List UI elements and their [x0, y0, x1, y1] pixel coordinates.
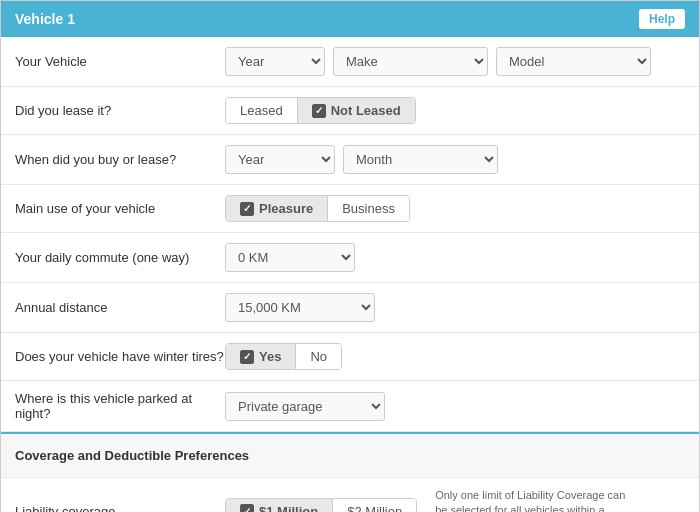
leased-label: Leased: [240, 103, 283, 118]
not-leased-label: Not Leased: [331, 103, 401, 118]
liability-note: Only one limit of Liability Coverage can…: [435, 488, 635, 512]
when-bought-label: When did you buy or lease?: [15, 152, 225, 167]
winter-tires-controls: ✓ Yes No: [225, 343, 685, 370]
lease-label: Did you lease it?: [15, 103, 225, 118]
commute-row: Your daily commute (one way) 0 KM: [1, 233, 699, 283]
annual-controls: 15,000 KM: [225, 293, 685, 322]
lease-toggle-group: Leased ✓ Not Leased: [225, 97, 416, 124]
business-label: Business: [342, 201, 395, 216]
pleasure-button[interactable]: ✓ Pleasure: [226, 196, 328, 221]
main-use-controls: ✓ Pleasure Business: [225, 195, 685, 222]
yes-button[interactable]: ✓ Yes: [226, 344, 296, 369]
yes-check-icon: ✓: [240, 350, 254, 364]
coverage-section-header: Coverage and Deductible Preferences: [1, 432, 699, 478]
your-vehicle-label: Your Vehicle: [15, 54, 225, 69]
when-bought-row: When did you buy or lease? Year Month: [1, 135, 699, 185]
not-leased-check-icon: ✓: [312, 104, 326, 118]
vehicle-form: Vehicle 1 Help Your Vehicle Year Make Mo…: [0, 0, 700, 512]
main-use-row: Main use of your vehicle ✓ Pleasure Busi…: [1, 185, 699, 233]
model-select[interactable]: Model: [496, 47, 651, 76]
no-label: No: [310, 349, 327, 364]
commute-select[interactable]: 0 KM: [225, 243, 355, 272]
year-select[interactable]: Year: [225, 47, 325, 76]
annual-label: Annual distance: [15, 300, 225, 315]
not-leased-button[interactable]: ✓ Not Leased: [298, 98, 415, 123]
main-use-label: Main use of your vehicle: [15, 201, 225, 216]
winter-tires-row: Does your vehicle have winter tires? ✓ Y…: [1, 333, 699, 381]
1million-label: $1 Million: [259, 504, 318, 512]
commute-controls: 0 KM: [225, 243, 685, 272]
lease-controls: Leased ✓ Not Leased: [225, 97, 685, 124]
liability-row: Liability coverage ✓ $1 Million $2 Milli…: [1, 478, 699, 512]
2million-label: $2 Million: [347, 504, 402, 512]
annual-row: Annual distance 15,000 KM: [1, 283, 699, 333]
your-vehicle-row: Your Vehicle Year Make Model: [1, 37, 699, 87]
yes-label: Yes: [259, 349, 281, 364]
parked-select[interactable]: Private garage: [225, 392, 385, 421]
liability-controls: ✓ $1 Million $2 Million Only one limit o…: [225, 488, 685, 512]
no-button[interactable]: No: [296, 344, 341, 369]
month-select[interactable]: Month: [343, 145, 498, 174]
main-use-toggle-group: ✓ Pleasure Business: [225, 195, 410, 222]
pleasure-label: Pleasure: [259, 201, 313, 216]
buy-year-select[interactable]: Year: [225, 145, 335, 174]
lease-row: Did you lease it? Leased ✓ Not Leased: [1, 87, 699, 135]
leased-button[interactable]: Leased: [226, 98, 298, 123]
when-bought-controls: Year Month: [225, 145, 685, 174]
parked-label: Where is this vehicle parked at night?: [15, 391, 225, 421]
business-button[interactable]: Business: [328, 196, 409, 221]
coverage-section-title: Coverage and Deductible Preferences: [15, 448, 249, 463]
pleasure-check-icon: ✓: [240, 202, 254, 216]
1million-check-icon: ✓: [240, 504, 254, 512]
your-vehicle-controls: Year Make Model: [225, 47, 685, 76]
liability-toggle-group: ✓ $1 Million $2 Million: [225, 498, 417, 512]
annual-select[interactable]: 15,000 KM: [225, 293, 375, 322]
help-button[interactable]: Help: [639, 9, 685, 29]
vehicle-title: Vehicle 1: [15, 11, 75, 27]
winter-tires-label: Does your vehicle have winter tires?: [15, 349, 225, 364]
parked-row: Where is this vehicle parked at night? P…: [1, 381, 699, 432]
make-select[interactable]: Make: [333, 47, 488, 76]
commute-label: Your daily commute (one way): [15, 250, 225, 265]
liability-label: Liability coverage: [15, 504, 225, 512]
vehicle-header: Vehicle 1 Help: [1, 1, 699, 37]
winter-tires-toggle-group: ✓ Yes No: [225, 343, 342, 370]
1million-button[interactable]: ✓ $1 Million: [226, 499, 333, 512]
2million-button[interactable]: $2 Million: [333, 499, 416, 512]
parked-controls: Private garage: [225, 392, 685, 421]
